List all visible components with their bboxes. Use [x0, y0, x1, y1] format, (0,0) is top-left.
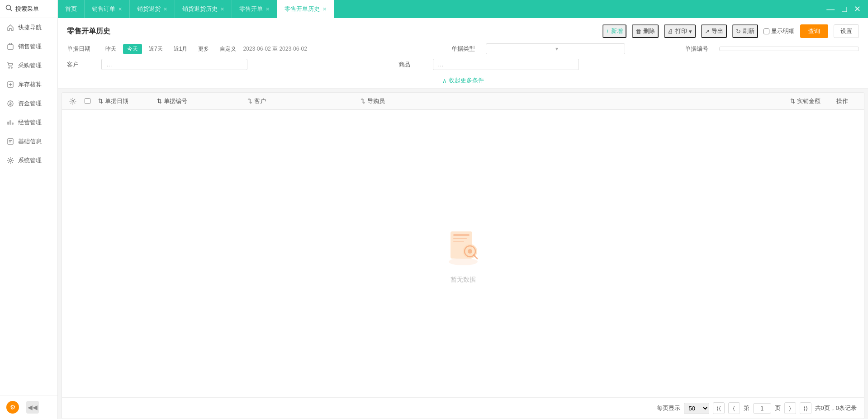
tab-sales-order[interactable]: 销售订单 ✕ [85, 0, 130, 18]
empty-illustration [441, 223, 486, 268]
order-type-label: 单据类型 [451, 45, 479, 53]
home-icon [6, 24, 14, 32]
th-guide[interactable]: ⇅ 导购员 [357, 97, 411, 105]
window-minimize-button[interactable]: — [825, 4, 836, 15]
svg-rect-12 [453, 234, 470, 236]
filter-setting-button[interactable]: 设置 [834, 24, 859, 38]
page-size-select[interactable]: 50 10 20 100 [684, 403, 709, 414]
page-input[interactable] [753, 403, 771, 414]
sidebar-item-label: 系统管理 [18, 156, 42, 165]
settings-button[interactable]: ⚙ [6, 401, 19, 414]
date-btn-7days[interactable]: 近7天 [145, 44, 167, 54]
table-body: 暂无数据 [62, 110, 864, 397]
order-type-select[interactable]: ▾ [486, 43, 626, 54]
sidebar-item-inventory[interactable]: 库存核算 [0, 75, 57, 94]
tab-sales-return[interactable]: 销货退货 ✕ [130, 0, 175, 18]
last-page-button[interactable]: ⟩⟩ [800, 402, 811, 414]
page-size-label: 每页显示 [657, 404, 680, 412]
tab-retail-open[interactable]: 零售开单 ✕ [232, 0, 277, 18]
sidebar-nav: 快捷导航 销售管理 采购管理 [0, 18, 57, 395]
export-button[interactable]: ↗ 导出 [701, 24, 727, 38]
window-maximize-button[interactable]: □ [840, 4, 849, 15]
goods-input[interactable]: … [433, 59, 579, 70]
tab-close-icon[interactable]: ✕ [323, 6, 327, 12]
trash-icon: 🗑 [636, 28, 641, 35]
filter-row-customer: 客户 … 商品 … [67, 59, 859, 70]
sidebar-search-label: 搜索采单 [15, 5, 39, 13]
svg-rect-2 [8, 45, 13, 49]
tab-close-icon[interactable]: ✕ [220, 6, 224, 12]
tab-label: 销售订单 [92, 5, 115, 13]
date-btn-today[interactable]: 今天 [123, 44, 142, 54]
tab-close-icon[interactable]: ✕ [118, 6, 122, 12]
collapse-more-button[interactable]: ∧ 收起更多条件 [67, 75, 859, 88]
th-operation: 操作 [824, 97, 860, 105]
tab-sales-return-history[interactable]: 销货退货历史 ✕ [175, 0, 232, 18]
tab-close-icon[interactable]: ✕ [266, 6, 270, 12]
th-operation-label: 操作 [836, 97, 848, 105]
sidebar-item-system-mgmt[interactable]: 系统管理 [0, 151, 57, 170]
page-label-end: 页 [775, 404, 781, 412]
add-button[interactable]: + 新增 [602, 24, 626, 38]
svg-line-1 [10, 9, 12, 11]
page-title-bar: 零售开单历史 + 新增 🗑 删除 🖨 打印 ▾ ↗ 导出 [67, 24, 859, 38]
svg-rect-14 [453, 241, 464, 242]
svg-point-10 [449, 258, 478, 265]
sidebar-item-quick-nav[interactable]: 快捷导航 [0, 18, 57, 37]
page-header: 零售开单历史 + 新增 🗑 删除 🖨 打印 ▾ ↗ 导出 [58, 18, 868, 89]
refresh-button[interactable]: ↻ 刷新 [732, 24, 758, 38]
tab-home[interactable]: 首页 [58, 0, 85, 18]
content-area: 零售开单历史 + 新增 🗑 删除 🖨 打印 ▾ ↗ 导出 [58, 18, 868, 419]
th-customer[interactable]: ⇅ 客户 [244, 97, 357, 105]
delete-button[interactable]: 🗑 删除 [632, 24, 659, 38]
th-customer-label: ⇅ 客户 [247, 97, 266, 105]
select-all-checkbox-cell[interactable] [80, 98, 95, 104]
purchase-icon [6, 61, 14, 70]
tab-actions: — □ ✕ [825, 3, 868, 15]
print-icon: 🖨 [668, 28, 674, 35]
query-button[interactable]: 查询 [800, 24, 828, 38]
next-page-button[interactable]: ⟩ [784, 402, 796, 414]
svg-rect-13 [453, 238, 467, 239]
refresh-icon: ↻ [736, 28, 741, 35]
th-order-no[interactable]: ⇅ 单据编号 [153, 97, 244, 105]
date-label: 单据日期 [67, 45, 94, 53]
sidebar-item-operation[interactable]: 经营管理 [0, 113, 57, 132]
customer-input[interactable]: … [101, 59, 247, 70]
th-amount[interactable]: ⇅ 实销金额 [770, 97, 824, 105]
display-detail-checkbox-label[interactable]: 显示明细 [764, 27, 795, 35]
date-btn-custom[interactable]: 自定义 [216, 44, 240, 54]
order-no-input[interactable] [719, 47, 859, 51]
svg-point-9 [72, 100, 74, 102]
date-btn-yesterday[interactable]: 昨天 [101, 44, 120, 54]
basic-icon [6, 137, 14, 146]
select-all-checkbox[interactable] [85, 98, 90, 104]
sidebar-item-finance[interactable]: 资金管理 [0, 94, 57, 113]
goods-placeholder: … [438, 61, 574, 68]
sidebar-search[interactable]: 搜索采单 [0, 0, 57, 18]
first-page-button[interactable]: ⟨⟨ [713, 402, 725, 414]
system-icon [6, 156, 14, 165]
svg-point-4 [11, 67, 12, 68]
dropdown-arrow-icon: ▾ [555, 46, 620, 52]
tab-retail-history[interactable]: 零售开单历史 ✕ [277, 0, 334, 18]
prev-page-button[interactable]: ⟨ [728, 402, 740, 414]
date-btn-1month[interactable]: 近1月 [170, 44, 192, 54]
date-btn-more[interactable]: 更多 [194, 44, 213, 54]
tab-bar: 首页 销售订单 ✕ 销货退货 ✕ 销货退货历史 ✕ 零售开单 ✕ 零售开单历史 … [58, 0, 868, 18]
sidebar-item-basic-info[interactable]: 基础信息 [0, 132, 57, 151]
window-close-button[interactable]: ✕ [852, 3, 863, 15]
th-date[interactable]: ⇅ 单据日期 [95, 97, 153, 105]
sidebar-item-label: 快捷导航 [18, 24, 42, 32]
tab-close-icon[interactable]: ✕ [163, 6, 167, 12]
sidebar-item-sales-mgmt[interactable]: 销售管理 [0, 37, 57, 56]
svg-point-8 [9, 160, 12, 162]
print-button[interactable]: 🖨 打印 ▾ [664, 24, 696, 38]
sidebar-item-purchase-mgmt[interactable]: 采购管理 [0, 56, 57, 75]
display-detail-checkbox[interactable] [764, 28, 769, 34]
sidebar-footer: ⚙ ◀◀ [0, 395, 57, 419]
column-settings-button[interactable] [66, 98, 80, 105]
page-label: 第 [744, 404, 749, 412]
tab-label: 零售开单 [239, 5, 263, 13]
collapse-sidebar-button[interactable]: ◀◀ [26, 401, 39, 414]
